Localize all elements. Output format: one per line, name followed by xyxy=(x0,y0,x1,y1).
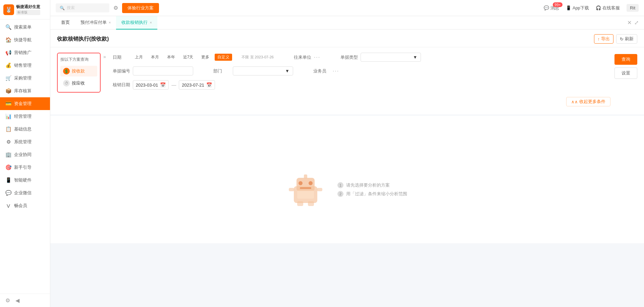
sidebar-item-hardware[interactable]: 📱 智能硬件 xyxy=(0,174,50,187)
app-icon: 📱 xyxy=(566,5,571,10)
department-select[interactable]: ▼ xyxy=(233,66,293,75)
verify-date-start[interactable]: 2023-03-01 📅 xyxy=(133,80,169,90)
collapse-sidebar-button[interactable]: » xyxy=(102,53,107,61)
system-icon: ⚙ xyxy=(5,139,11,145)
sidebar-item-label: 系统管理 xyxy=(14,139,32,145)
collapse-more-button[interactable]: ∧∧ 收起更多条件 xyxy=(566,97,610,106)
query-button[interactable]: 查询 xyxy=(614,54,637,65)
sidebar-item-inventory[interactable]: 📦 库存核算 xyxy=(0,85,50,97)
online-service-button[interactable]: 🎧 在线客服 xyxy=(596,5,620,11)
sidebar-item-marketing[interactable]: 📢 营销推广 xyxy=(0,46,50,59)
search-icon: 🔍 xyxy=(60,6,65,10)
sidebar-item-member[interactable]: V 畅会员 xyxy=(0,199,50,212)
chevron-down-icon: ▼ xyxy=(413,55,417,60)
sidebar-item-finance[interactable]: 💳 资金管理 xyxy=(0,97,50,110)
solution-button[interactable]: 体验行业方案 xyxy=(122,3,159,13)
message-button[interactable]: 💬 消息 99+ xyxy=(544,5,559,11)
refresh-button[interactable]: ↻ 刷新 xyxy=(616,34,637,44)
sidebar-nav: 🔍 搜索菜单 🏠 快捷导航 📢 营销推广 💰 销售管理 🛒 采购管理 📦 库存核… xyxy=(0,19,50,294)
sidebar-item-guide[interactable]: 🎯 新手引导 xyxy=(0,161,50,174)
sidebar-item-basic[interactable]: 📋 基础信息 xyxy=(0,123,50,136)
date-this-year[interactable]: 本年 xyxy=(164,53,178,61)
page-header-actions: ↑ 导出 ↻ 刷新 xyxy=(594,34,638,44)
svg-point-2 xyxy=(299,181,303,185)
date-this-month[interactable]: 本月 xyxy=(148,53,162,61)
sidebar-item-label: 库存核算 xyxy=(14,88,32,94)
date-last-month[interactable]: 上月 xyxy=(132,53,146,61)
receivable-option-icon: ⏱ xyxy=(63,80,70,87)
close-tab-icon[interactable]: ✕ xyxy=(627,19,632,26)
tab-close-active-icon[interactable]: × xyxy=(150,20,152,24)
verify-date-end[interactable]: 2023-07-21 📅 xyxy=(179,80,215,90)
tab-collection[interactable]: 收款核销执行 × xyxy=(116,16,157,30)
bill-no-input[interactable] xyxy=(133,66,193,75)
filter-row-verify-date: 核销日期 2023-03-01 📅 — 2023-07-21 📅 xyxy=(113,80,610,90)
tab-close-icon[interactable]: × xyxy=(109,20,111,24)
export-button[interactable]: ↑ 导出 xyxy=(594,34,614,44)
member-icon: V xyxy=(5,203,11,209)
settings-icon[interactable]: ⚙ xyxy=(5,297,10,304)
verify-date-label: 核销日期 xyxy=(113,82,130,88)
bill-type-filter: 单据类型 ▼ xyxy=(340,53,421,62)
sidebar-item-label: 新手引导 xyxy=(14,164,32,170)
bill-no-label: 单据编号 xyxy=(113,68,130,74)
department-filter: 部门 ▼ xyxy=(213,66,293,75)
collapse-sidebar-icon[interactable]: ◀ xyxy=(15,297,19,304)
svg-point-3 xyxy=(309,181,313,185)
finance-icon: 💳 xyxy=(5,101,11,107)
sidebar-item-enterprise[interactable]: 🏢 企业协同 xyxy=(0,148,50,161)
refresh-icon: ↻ xyxy=(620,37,624,42)
bill-no-filter: 单据编号 xyxy=(113,66,193,75)
department-label: 部门 xyxy=(213,68,230,74)
sidebar-bottom: ⚙ ◀ xyxy=(0,294,50,307)
sidebar-item-purchase[interactable]: 🛒 采购管理 xyxy=(0,72,50,85)
basic-icon: 📋 xyxy=(5,126,11,132)
salesman-input[interactable]: ··· xyxy=(333,68,339,74)
date-dash: — xyxy=(171,82,176,88)
tabs-actions: ✕ ⤢ xyxy=(627,19,639,26)
guide-icon: 🎯 xyxy=(5,164,11,170)
enterprise-icon: 🏢 xyxy=(5,152,11,158)
counterparty-input[interactable]: ··· xyxy=(314,54,320,60)
tab-prepay[interactable]: 预付冲应付单 × xyxy=(75,16,116,30)
counterparty-label: 往来单位 xyxy=(294,54,311,60)
filter-row-date: 日期 上月 本月 本年 近7天 更多 自定义 xyxy=(113,53,610,62)
tab-home[interactable]: 首页 xyxy=(56,16,75,30)
date-custom[interactable]: 自定义 xyxy=(215,54,232,61)
date-more[interactable]: 更多 xyxy=(199,53,212,61)
sidebar-item-quicknav[interactable]: 🏠 快捷导航 xyxy=(0,34,50,46)
message-icon: 💬 xyxy=(544,5,549,10)
svg-rect-6 xyxy=(297,201,303,206)
query-sidebar: 按以下方案查询 💲 按收款 ⏱ 按应收 xyxy=(57,53,101,93)
hardware-icon: 📱 xyxy=(5,177,11,183)
logo-icon: 🐰 xyxy=(3,4,14,15)
operations-icon: 📊 xyxy=(5,113,11,119)
logo-area: 🐰 畅捷通好生意 标准版 xyxy=(0,0,50,19)
sidebar-item-search[interactable]: 🔍 搜索菜单 xyxy=(0,21,50,34)
app-download-button[interactable]: 📱 App下载 xyxy=(566,5,589,11)
sidebar-item-wechat[interactable]: 💬 企业微信 xyxy=(0,187,50,199)
date-filter: 日期 上月 本月 本年 近7天 更多 自定义 xyxy=(113,53,232,61)
bill-type-select[interactable]: ▼ xyxy=(361,53,421,62)
sidebar-item-label: 销售管理 xyxy=(14,62,32,68)
tabs-bar: 首页 预付冲应付单 × 收款核销执行 × ✕ ⤢ xyxy=(50,16,644,30)
sidebar-item-operations[interactable]: 📊 经营管理 xyxy=(0,110,50,123)
filter-row-bill: 单据编号 部门 ▼ 业务员 xyxy=(113,66,610,75)
sidebar-item-sales[interactable]: 💰 销售管理 xyxy=(0,59,50,72)
empty-tip-2: 2 用「过滤」条件来缩小分析范围 xyxy=(337,191,407,197)
user-menu[interactable]: Rit xyxy=(627,4,639,12)
topbar-search[interactable]: 🔍 搜索 xyxy=(56,3,109,12)
calendar-start-icon: 📅 xyxy=(160,82,166,88)
date-7days[interactable]: 近7天 xyxy=(180,53,196,61)
expand-tab-icon[interactable]: ⤢ xyxy=(634,19,639,26)
home-icon: 🏠 xyxy=(5,37,11,43)
topbar-gear-icon[interactable]: ⚙ xyxy=(113,5,118,11)
date-no-limit: 不限 至 2023-07-26 xyxy=(241,55,273,60)
sidebar-item-system[interactable]: ⚙ 系统管理 xyxy=(0,136,50,148)
query-option-by-receipt[interactable]: 💲 按收款 xyxy=(60,66,97,76)
query-option-by-receivable[interactable]: ⏱ 按应收 xyxy=(60,78,97,89)
svg-rect-8 xyxy=(289,188,294,191)
set-button[interactable]: 设置 xyxy=(614,67,637,79)
page-content: 收款核销执行(按收款) ↑ 导出 ↻ 刷新 按以下方案查询 💲 xyxy=(50,30,644,307)
query-sidebar-title: 按以下方案查询 xyxy=(60,57,97,62)
